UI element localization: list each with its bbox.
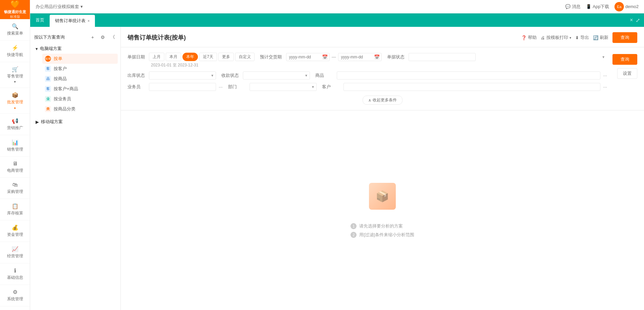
sidebar-item-ecommerce[interactable]: 🖥 电商管理 xyxy=(0,157,30,178)
scheme-item-by-product[interactable]: 品 按商品 xyxy=(42,74,118,84)
mobile-section-label: 移动端方案 xyxy=(41,119,63,125)
scheme-item-by-customer-product[interactable]: 客 按客户+商品 xyxy=(42,84,118,94)
date-btn-7days[interactable]: 近7天 xyxy=(199,53,217,61)
collapse-filter-button[interactable]: ∧ 收起更多条件 xyxy=(363,96,402,105)
payment-select[interactable] xyxy=(243,71,310,80)
delivery-filter-group: 出库状态 ▾ xyxy=(127,71,216,80)
status-select-wrap: ▾ xyxy=(409,53,607,61)
delivery-select[interactable] xyxy=(149,71,216,80)
refresh-button[interactable]: 🔄 刷新 xyxy=(593,35,608,41)
scheme-label-by-salesman: 按业务员 xyxy=(54,96,71,102)
help-label: 帮助 xyxy=(528,35,537,41)
inventory-nav-icon: 📋 xyxy=(12,203,18,209)
sidebar-item-quick[interactable]: ⚡ 快捷导航 xyxy=(0,41,30,62)
print-label: 按模板打印 xyxy=(546,35,568,41)
query-action-button[interactable]: 查询 xyxy=(612,54,637,65)
sidebar-item-system[interactable]: ⚙ 系统管理 xyxy=(0,285,30,306)
date-quick-buttons: 上月 本月 本年 近7天 更多 自定义 xyxy=(149,53,255,61)
tip-text-1: 请先选择要分析的方案 xyxy=(359,223,403,229)
sidebar-item-finance[interactable]: 💰 资金管理 xyxy=(0,220,30,242)
mobile-section-arrow-icon: ▶ xyxy=(36,119,39,124)
page-actions: ❓ 帮助 🖨 按模板打印 ▾ ⬇ 导出 🔄 xyxy=(521,32,637,43)
expected-date-end-input[interactable] xyxy=(338,53,382,61)
salesman-more-icon[interactable]: ··· xyxy=(219,84,223,90)
tab-maximize-icon[interactable]: ⤢ xyxy=(636,17,640,23)
topbar-left: 办公用品行业模拟账套 ▾ xyxy=(36,4,83,10)
export-button[interactable]: ⬇ 导出 xyxy=(575,35,589,41)
basic-nav-icon: ℹ xyxy=(14,267,16,274)
expected-date-end-wrap: 📅 xyxy=(338,53,382,61)
sidebar-item-wholesale[interactable]: 📦 批发管理 ▲ xyxy=(0,88,30,114)
sales-nav-icon: 📊 xyxy=(12,139,18,146)
collapse-icon: ∧ xyxy=(368,98,371,103)
date-btn-custom[interactable]: 自定义 xyxy=(235,53,255,61)
logo-text: 畅捷通好生意 xyxy=(4,9,26,14)
date-btn-this-year[interactable]: 本年 xyxy=(182,53,198,61)
date-btn-this-month[interactable]: 本月 xyxy=(166,53,181,61)
help-button[interactable]: ❓ 帮助 xyxy=(521,35,537,41)
scheme-item-by-salesman[interactable]: 业 按业务员 xyxy=(42,94,118,104)
export-label: 导出 xyxy=(580,35,589,41)
tab-sales-stats[interactable]: 销售订单统计表 × xyxy=(50,15,95,27)
sidebar-item-inventory[interactable]: 📋 库存核算 xyxy=(0,199,30,220)
filter-area: 单据日期 上月 本月 本年 近7天 更多 自定义 xyxy=(121,47,644,110)
pc-scheme-section[interactable]: ▾ 电脑端方案 xyxy=(33,44,118,54)
date-btn-more[interactable]: 更多 xyxy=(218,53,234,61)
sidebar-item-retail[interactable]: 🛒 零售管理 ▼ xyxy=(0,62,30,88)
add-scheme-button[interactable]: + xyxy=(89,34,96,41)
date-separator: — xyxy=(332,54,336,59)
expected-date-label: 预计交货期 xyxy=(260,54,283,60)
collapse-panel-button[interactable]: 《 xyxy=(109,34,116,41)
sidebar-item-collab[interactable]: 🤝 企业协同 xyxy=(0,306,30,310)
customer-filter-input[interactable] xyxy=(343,83,601,91)
logo[interactable]: 🧡 畅捷通好生意 标准版 xyxy=(0,0,30,19)
query-button[interactable]: 查询 xyxy=(612,32,637,43)
sidebar-item-search[interactable]: 🔍 搜索菜单 xyxy=(0,19,30,41)
expected-date-start-input[interactable] xyxy=(286,53,330,61)
payment-filter-label: 收款状态 xyxy=(221,72,240,79)
settings-action-button[interactable]: 设置 xyxy=(617,68,637,79)
scheme-item-by-customer[interactable]: 客 按客户 xyxy=(42,64,118,74)
sidebar-item-marketing[interactable]: 📢 营销推广 xyxy=(0,114,30,135)
customer-more-icon[interactable]: ··· xyxy=(603,84,607,90)
refresh-icon: 🔄 xyxy=(593,35,598,40)
download-icon: 📱 xyxy=(586,4,591,9)
scheme-item-by-category[interactable]: 类 按商品分类 xyxy=(42,104,118,114)
tab-minimize-icon[interactable]: × xyxy=(630,17,633,23)
message-button[interactable]: 💬 消息 xyxy=(565,4,581,10)
user-menu[interactable]: Ea demo2 xyxy=(614,2,639,11)
status-select[interactable] xyxy=(409,53,476,61)
sidebar-item-purchase[interactable]: 🛍 采购管理 xyxy=(0,178,30,199)
sidebar-item-operation[interactable]: 📈 经营管理 xyxy=(0,242,30,263)
quick-nav-icon: ⚡ xyxy=(12,45,18,51)
customer-filter-group: 客户 ··· xyxy=(322,83,607,91)
salesman-filter-group: 业务员 ··· xyxy=(127,83,223,91)
left-panel-title: 按以下方案查询 xyxy=(34,34,65,40)
pc-section-arrow-icon: ▾ xyxy=(36,46,38,51)
sidebar-item-basic[interactable]: ℹ 基础信息 xyxy=(0,263,30,285)
empty-tip-2: 2 用[过滤]条件来缩小分析范围 xyxy=(351,232,414,238)
app-download-button[interactable]: 📱 App下载 xyxy=(586,4,609,10)
date-filter-group: 单据日期 上月 本月 本年 近7天 更多 自定义 xyxy=(127,53,255,61)
tab-home[interactable]: 首页 xyxy=(30,13,50,27)
print-arrow-icon: ▾ xyxy=(570,36,571,40)
product-filter-input[interactable] xyxy=(337,71,600,80)
breadcrumb-dropdown[interactable]: 办公用品行业模拟账套 ▾ xyxy=(36,4,83,10)
refresh-label: 刷新 xyxy=(600,35,608,41)
date-btn-last-month[interactable]: 上月 xyxy=(149,53,164,61)
scheme-item-by-order[interactable]: 按单 按单 xyxy=(42,54,118,64)
collapse-label: 收起更多条件 xyxy=(373,97,397,103)
product-more-icon[interactable]: ··· xyxy=(603,73,607,78)
settings-scheme-button[interactable]: ⚙ xyxy=(99,34,106,41)
scheme-icon-by-category: 类 xyxy=(45,106,51,112)
tab-close-icon[interactable]: × xyxy=(88,19,90,23)
payment-select-wrap: ▾ xyxy=(243,71,310,80)
mobile-scheme-section[interactable]: ▶ 移动端方案 xyxy=(33,117,118,127)
department-select[interactable] xyxy=(250,83,317,91)
user-name: demo2 xyxy=(625,4,639,9)
department-filter-group: 部门 ▾ xyxy=(228,83,317,91)
empty-tips: 1 请先选择要分析的方案 2 用[过滤]条件来缩小分析范围 xyxy=(351,223,414,238)
sidebar-item-sales[interactable]: 📊 销售管理 xyxy=(0,135,30,157)
print-button[interactable]: 🖨 按模板打印 ▾ xyxy=(541,35,571,41)
salesman-filter-input[interactable] xyxy=(149,83,216,91)
